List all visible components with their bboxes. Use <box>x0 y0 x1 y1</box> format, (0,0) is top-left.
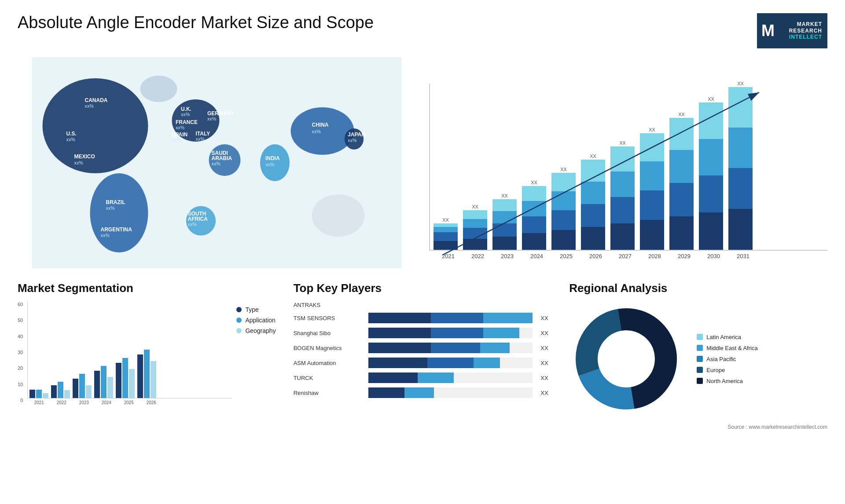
legend-apac-dot <box>697 356 703 362</box>
legend-europe-dot <box>697 367 703 373</box>
donut-chart-svg <box>569 302 683 416</box>
y-20: 20 <box>18 365 23 371</box>
svg-text:xx%: xx% <box>348 138 357 143</box>
svg-text:MEXICO: MEXICO <box>74 153 95 160</box>
x-label-2024: 2024 <box>525 253 549 259</box>
segmentation-section: Market Segmentation 60 50 40 30 20 10 0 <box>18 281 276 431</box>
svg-text:U.S.: U.S. <box>66 131 77 137</box>
y-50: 50 <box>18 318 23 323</box>
bar-group-2022: XX <box>463 204 487 250</box>
y-40: 40 <box>18 334 23 339</box>
seg-x-2021: 2021 <box>29 400 49 405</box>
player-val-tsm: XX <box>540 315 551 321</box>
player-val-bogen: XX <box>540 345 551 351</box>
x-label-2030: 2030 <box>702 253 726 259</box>
logo-line1: MARKET <box>797 21 822 27</box>
svg-text:xx%: xx% <box>265 162 275 167</box>
y-0: 0 <box>18 398 23 403</box>
map-section: CANADA xx% U.S. xx% MEXICO xx% BRAZIL xx… <box>18 57 416 268</box>
legend-geography: Geography <box>236 327 276 334</box>
source-text: Source : www.marketresearchintellect.com <box>727 424 827 430</box>
player-val-sibo: XX <box>540 330 551 336</box>
bar-seg-lightest <box>434 223 458 227</box>
bar-group-2028: XX <box>640 127 664 250</box>
svg-text:xx%: xx% <box>101 233 110 238</box>
bottom-row: Market Segmentation 60 50 40 30 20 10 0 <box>18 281 827 431</box>
legend-europe: Europe <box>697 367 757 373</box>
svg-text:CANADA: CANADA <box>85 97 108 103</box>
logo-box: M MARKET RESEARCH INTELLECT <box>757 13 827 48</box>
bar-seg-dark <box>434 241 458 250</box>
regional-section: Regional Analysis Latin America <box>569 281 827 431</box>
player-bar-turck <box>368 373 533 383</box>
forecast-chart-section: XX XX <box>429 57 827 268</box>
bar-group-2024: XX <box>522 180 546 250</box>
logo-line3: INTELLECT <box>789 34 822 40</box>
logo-line2: RESEARCH <box>789 28 822 34</box>
seg-group-2025 <box>116 358 135 398</box>
source-area: Source : www.marketresearchintellect.com <box>569 423 827 431</box>
svg-text:xx%: xx% <box>181 112 190 117</box>
x-label-2028: 2028 <box>643 253 667 259</box>
x-label-2027: 2027 <box>613 253 637 259</box>
seg-group-2023 <box>73 374 92 398</box>
svg-text:xx%: xx% <box>312 129 321 134</box>
legend-application: Application <box>236 317 276 324</box>
legend-geo-dot <box>236 328 242 333</box>
player-row-sibo: Shanghai Sibo XX <box>294 328 552 338</box>
seg-x-2024: 2024 <box>96 400 116 405</box>
player-val-renishaw: XX <box>540 390 551 396</box>
player-row-tsm: TSM SENSORS XX <box>294 313 552 323</box>
player-row-turck: TURCK XX <box>294 373 552 383</box>
segmentation-title: Market Segmentation <box>18 281 276 295</box>
x-label-2022: 2022 <box>466 253 490 259</box>
svg-text:xx%: xx% <box>212 161 221 166</box>
legend-app-label: Application <box>245 317 276 324</box>
player-bar-renishaw <box>368 387 533 398</box>
x-label-2025: 2025 <box>554 253 578 259</box>
svg-text:FRANCE: FRANCE <box>176 119 198 125</box>
svg-point-1 <box>43 78 148 173</box>
bar-seg-med <box>434 232 458 241</box>
y-10: 10 <box>18 382 23 387</box>
seg-bars-container: 2021 2022 2023 2024 2025 2026 <box>27 302 232 405</box>
player-bar-bogen <box>368 343 533 353</box>
x-label-2029: 2029 <box>672 253 696 259</box>
player-bar-tsm <box>368 313 533 323</box>
seg-x-2026: 2026 <box>141 400 161 405</box>
player-val-asm: XX <box>540 360 551 366</box>
legend-app-dot <box>236 318 242 323</box>
player-row-antraks: ANTRAKS <box>294 302 552 308</box>
regional-legend: Latin America Middle East & Africa Asia … <box>697 334 757 384</box>
player-row-bogen: BOGEN Magnetics XX <box>294 343 552 353</box>
player-bar-sibo <box>368 328 533 338</box>
seg-x-2025: 2025 <box>119 400 139 405</box>
players-section: Top Key Players ANTRAKS TSM SENSORS XX <box>294 281 552 431</box>
x-label-2026: 2026 <box>584 253 608 259</box>
bar-stack-2021 <box>434 223 458 250</box>
svg-text:xx%: xx% <box>176 125 185 130</box>
svg-text:U.K.: U.K. <box>181 106 191 112</box>
legend-type-label: Type <box>245 306 258 313</box>
player-name-tsm: TSM SENSORS <box>294 315 364 321</box>
logo-text: MARKET RESEARCH INTELLECT <box>789 21 822 40</box>
seg-x-2023: 2023 <box>74 400 94 405</box>
svg-text:xx%: xx% <box>74 160 84 165</box>
seg-bar-type <box>29 390 35 398</box>
bar-chart-wrapper: XX XX <box>429 84 827 268</box>
player-name-renishaw: Renishaw <box>294 390 364 396</box>
legend-na-label: North America <box>706 378 742 384</box>
page-header: Absolute Angle Encoder Market Size and S… <box>18 13 827 48</box>
player-val-turck: XX <box>540 375 551 381</box>
logo-area: M MARKET RESEARCH INTELLECT <box>757 13 827 48</box>
svg-text:xx%: xx% <box>188 222 197 227</box>
bar-group-2027: XX <box>610 140 635 250</box>
player-row-renishaw: Renishaw XX <box>294 387 552 398</box>
bar-val-2021: XX <box>442 217 449 223</box>
seg-x-2022: 2022 <box>51 400 71 405</box>
legend-na-dot <box>697 378 703 384</box>
player-name-antraks: ANTRAKS <box>294 302 364 308</box>
donut-hole <box>599 332 654 386</box>
bar-group-2029: XX <box>669 112 694 250</box>
page-title: Absolute Angle Encoder Market Size and S… <box>18 13 374 32</box>
